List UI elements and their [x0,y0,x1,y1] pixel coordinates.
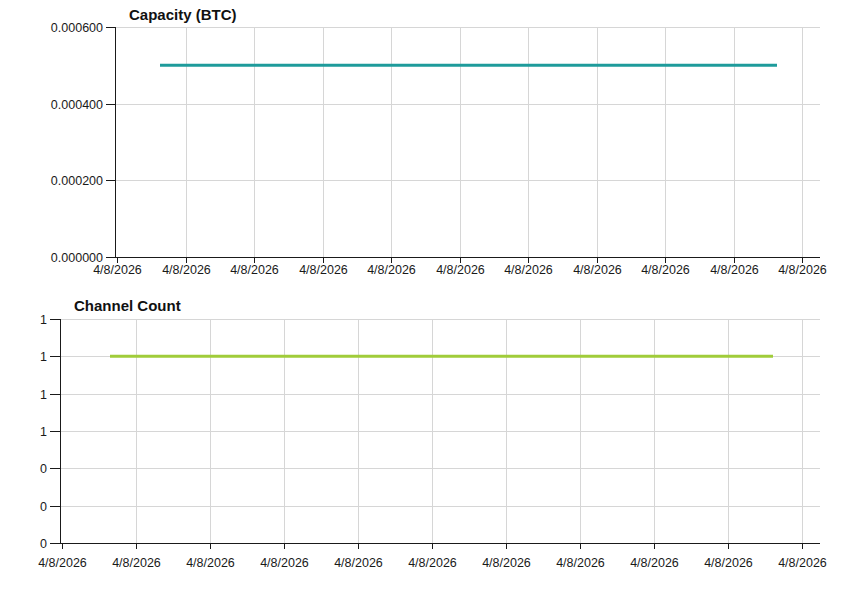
charts-canvas: 0.0000000.0002000.0004000.0006004/8/2026… [0,0,860,600]
channel-count-y-tick-label: 1 [40,388,47,402]
channel-count-y-tick-label: 0 [40,462,47,476]
capacity-x-tick-label: 4/8/2026 [230,263,279,277]
channel-count-y-tick-label: 1 [40,350,47,364]
capacity-x-tick-label: 4/8/2026 [299,263,348,277]
channel-count-x-tick-label: 4/8/2026 [334,556,383,570]
capacity-x-tick-label: 4/8/2026 [641,263,690,277]
channel-count-x-tick-label: 4/8/2026 [186,556,235,570]
capacity-y-tick-label: 0.000400 [51,98,103,112]
capacity-x-tick-label: 4/8/2026 [573,263,622,277]
channel-count-x-tick-label: 4/8/2026 [408,556,457,570]
channel-count-y-tick-label: 0 [40,500,47,514]
capacity-y-tick-label: 0.000200 [51,174,103,188]
channel-count-y-tick-label: 1 [40,313,47,327]
capacity-x-tick-label: 4/8/2026 [504,263,553,277]
channel-count-x-tick-label: 4/8/2026 [556,556,605,570]
capacity-x-tick-label: 4/8/2026 [710,263,759,277]
node-stats-charts-panel: Capacity (BTC) Channel Count 0.0000000.0… [0,0,860,600]
channel-count-x-tick-label: 4/8/2026 [38,556,87,570]
channel-count-x-tick-label: 4/8/2026 [778,556,827,570]
capacity-x-tick-label: 4/8/2026 [367,263,416,277]
channel-count-y-tick-label: 1 [40,425,47,439]
capacity-x-tick-label: 4/8/2026 [436,263,485,277]
channel-count-x-tick-label: 4/8/2026 [630,556,679,570]
channel-count-y-tick-label: 0 [40,537,47,551]
capacity-x-tick-label: 4/8/2026 [162,263,211,277]
channel-count-x-tick-label: 4/8/2026 [704,556,753,570]
capacity-x-tick-label: 4/8/2026 [93,263,142,277]
channel-count-x-tick-label: 4/8/2026 [112,556,161,570]
capacity-x-tick-label: 4/8/2026 [778,263,827,277]
channel-count-x-tick-label: 4/8/2026 [482,556,531,570]
capacity-y-tick-label: 0.000600 [51,21,103,35]
channel-count-x-tick-label: 4/8/2026 [260,556,309,570]
